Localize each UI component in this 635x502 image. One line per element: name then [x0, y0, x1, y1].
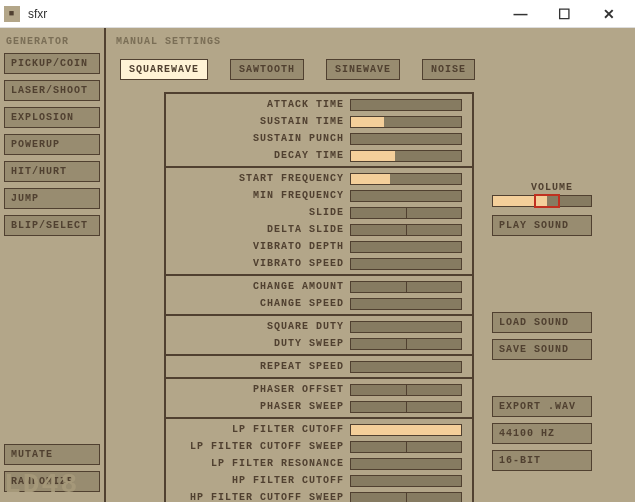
- param-row: HP FILTER CUTOFF: [170, 472, 468, 489]
- param-group: ATTACK TIMESUSTAIN TIMESUSTAIN PUNCHDECA…: [166, 94, 472, 168]
- param-row: DUTY SWEEP: [170, 335, 468, 352]
- param-row: CHANGE AMOUNT: [170, 278, 468, 295]
- param-label: LP FILTER RESONANCE: [170, 458, 350, 469]
- param-slider[interactable]: [350, 298, 462, 310]
- param-label: DUTY SWEEP: [170, 338, 350, 349]
- param-group: SQUARE DUTYDUTY SWEEP: [166, 316, 472, 356]
- param-label: LP FILTER CUTOFF: [170, 424, 350, 435]
- waveform-selector: SQUAREWAVE SAWTOOTH SINEWAVE NOISE: [120, 59, 627, 80]
- param-row: SUSTAIN TIME: [170, 113, 468, 130]
- param-row: LP FILTER CUTOFF SWEEP: [170, 438, 468, 455]
- param-label: VIBRATO SPEED: [170, 258, 350, 269]
- volume-handle[interactable]: [534, 194, 560, 208]
- param-slider[interactable]: [350, 384, 462, 396]
- samplerate-button[interactable]: 44100 HZ: [492, 423, 592, 444]
- param-slider[interactable]: [350, 475, 462, 487]
- param-row: VIBRATO DEPTH: [170, 238, 468, 255]
- param-row: DELTA SLIDE: [170, 221, 468, 238]
- param-row: SUSTAIN PUNCH: [170, 130, 468, 147]
- param-slider[interactable]: [350, 207, 462, 219]
- param-slider[interactable]: [350, 241, 462, 253]
- param-label: DECAY TIME: [170, 150, 350, 161]
- param-label: HP FILTER CUTOFF: [170, 475, 350, 486]
- param-label: DELTA SLIDE: [170, 224, 350, 235]
- window-title: sfxr: [28, 7, 499, 21]
- param-row: PHASER OFFSET: [170, 381, 468, 398]
- param-slider[interactable]: [350, 173, 462, 185]
- mutate-button[interactable]: MUTATE: [4, 444, 100, 465]
- param-slider[interactable]: [350, 190, 462, 202]
- app-body: GENERATOR PICKUP/COIN LASER/SHOOT EXPLOS…: [0, 28, 635, 502]
- gen-pickup-coin[interactable]: PICKUP/COIN: [4, 53, 100, 74]
- param-group: CHANGE AMOUNTCHANGE SPEED: [166, 276, 472, 316]
- param-label: PHASER OFFSET: [170, 384, 350, 395]
- parameter-panel: ATTACK TIMESUSTAIN TIMESUSTAIN PUNCHDECA…: [164, 92, 474, 502]
- play-sound-button[interactable]: PLAY SOUND: [492, 215, 592, 236]
- param-slider[interactable]: [350, 99, 462, 111]
- param-label: REPEAT SPEED: [170, 361, 350, 372]
- main-panel: MANUAL SETTINGS SQUAREWAVE SAWTOOTH SINE…: [106, 28, 635, 502]
- volume-label: VOLUME: [492, 182, 612, 193]
- close-button[interactable]: ✕: [587, 0, 631, 28]
- wave-sinewave[interactable]: SINEWAVE: [326, 59, 400, 80]
- param-label: LP FILTER CUTOFF SWEEP: [170, 441, 350, 452]
- slider-fill: [351, 151, 395, 161]
- param-row: HP FILTER CUTOFF SWEEP: [170, 489, 468, 502]
- minimize-button[interactable]: —: [499, 0, 543, 28]
- load-sound-button[interactable]: LOAD SOUND: [492, 312, 592, 333]
- volume-slider[interactable]: [492, 195, 592, 207]
- param-slider[interactable]: [350, 258, 462, 270]
- content-row: ATTACK TIMESUSTAIN TIMESUSTAIN PUNCHDECA…: [114, 92, 627, 502]
- wave-sawtooth[interactable]: SAWTOOTH: [230, 59, 304, 80]
- param-slider[interactable]: [350, 458, 462, 470]
- param-row: DECAY TIME: [170, 147, 468, 164]
- param-label: ATTACK TIME: [170, 99, 350, 110]
- param-slider[interactable]: [350, 224, 462, 236]
- window-controls: — ☐ ✕: [499, 0, 631, 28]
- param-label: MIN FREQUENCY: [170, 190, 350, 201]
- param-row: LP FILTER CUTOFF: [170, 421, 468, 438]
- gen-hit-hurt[interactable]: HIT/HURT: [4, 161, 100, 182]
- maximize-button[interactable]: ☐: [543, 0, 587, 28]
- param-row: VIBRATO SPEED: [170, 255, 468, 272]
- export-wav-button[interactable]: EXPORT .WAV: [492, 396, 592, 417]
- param-label: CHANGE SPEED: [170, 298, 350, 309]
- param-slider[interactable]: [350, 361, 462, 373]
- bitdepth-button[interactable]: 16-BIT: [492, 450, 592, 471]
- param-slider[interactable]: [350, 281, 462, 293]
- app-icon: ■: [4, 6, 20, 22]
- wave-noise[interactable]: NOISE: [422, 59, 475, 80]
- param-label: SUSTAIN PUNCH: [170, 133, 350, 144]
- param-label: START FREQUENCY: [170, 173, 350, 184]
- param-row: SQUARE DUTY: [170, 318, 468, 335]
- param-row: CHANGE SPEED: [170, 295, 468, 312]
- param-slider[interactable]: [350, 492, 462, 503]
- param-slider[interactable]: [350, 321, 462, 333]
- param-slider[interactable]: [350, 116, 462, 128]
- ld48-logo: LD48: [4, 469, 79, 500]
- param-slider[interactable]: [350, 133, 462, 145]
- wave-squarewave[interactable]: SQUAREWAVE: [120, 59, 208, 80]
- slider-fill: [351, 174, 390, 184]
- param-row: PHASER SWEEP: [170, 398, 468, 415]
- param-label: PHASER SWEEP: [170, 401, 350, 412]
- gen-powerup[interactable]: POWERUP: [4, 134, 100, 155]
- param-label: SQUARE DUTY: [170, 321, 350, 332]
- gen-blip-select[interactable]: BLIP/SELECT: [4, 215, 100, 236]
- param-slider[interactable]: [350, 441, 462, 453]
- param-label: CHANGE AMOUNT: [170, 281, 350, 292]
- param-slider[interactable]: [350, 150, 462, 162]
- slider-fill: [351, 425, 461, 435]
- gen-jump[interactable]: JUMP: [4, 188, 100, 209]
- gen-explosion[interactable]: EXPLOSION: [4, 107, 100, 128]
- param-row: SLIDE: [170, 204, 468, 221]
- param-slider[interactable]: [350, 424, 462, 436]
- save-sound-button[interactable]: SAVE SOUND: [492, 339, 592, 360]
- param-slider[interactable]: [350, 401, 462, 413]
- param-row: REPEAT SPEED: [170, 358, 468, 375]
- param-label: VIBRATO DEPTH: [170, 241, 350, 252]
- param-slider[interactable]: [350, 338, 462, 350]
- param-row: LP FILTER RESONANCE: [170, 455, 468, 472]
- param-row: ATTACK TIME: [170, 96, 468, 113]
- gen-laser-shoot[interactable]: LASER/SHOOT: [4, 80, 100, 101]
